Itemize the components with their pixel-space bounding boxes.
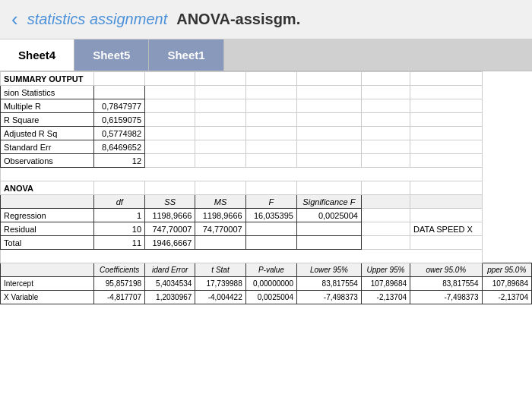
back-arrow[interactable]: ‹: [11, 8, 18, 31]
empty-row-2: [1, 250, 532, 263]
anova-residual-row: Residual 10 747,70007 74,770007 DATA SPE…: [1, 222, 532, 236]
table-row: Observations 12: [1, 154, 532, 168]
tab-sheet1[interactable]: Sheet1: [149, 39, 223, 71]
anova-regression-row: Regression 1 1198,9666 1198,9666 16,0353…: [1, 209, 532, 222]
spreadsheet: SUMMARY OUTPUT sion Statistics Multiple …: [0, 71, 532, 416]
table-row: Adjusted R Sq 0,5774982: [1, 127, 532, 140]
summary-output-label: SUMMARY OUTPUT: [1, 72, 94, 86]
regression-stats-label: sion Statistics: [1, 86, 94, 99]
table-row: Multiple R 0,7847977: [1, 99, 532, 113]
anova-label-row: ANOVA: [1, 181, 532, 195]
data-speed-label: DATA SPEED X: [410, 222, 482, 236]
header: ‹ statistics assignment ANOVA-assisgm.: [0, 0, 532, 39]
anova-header-row: df SS MS F Significance F: [1, 195, 532, 209]
anova-label: ANOVA: [1, 181, 94, 195]
main-table: SUMMARY OUTPUT sion Statistics Multiple …: [0, 71, 532, 304]
summary-output-row: SUMMARY OUTPUT: [1, 72, 532, 86]
intercept-row: Intercept 95,857198 5,4034534 17,739988 …: [1, 277, 532, 291]
table-row: Standard Err 8,6469652: [1, 140, 532, 154]
tab-sheet4[interactable]: Sheet4: [0, 39, 74, 71]
x-variable-row: X Variable -4,817707 1,2030967 -4,004422…: [1, 291, 532, 304]
tabs: Sheet4 Sheet5 Sheet1: [0, 39, 532, 71]
coeff-header-row: Coefficients idard Error t Stat P-value …: [1, 263, 532, 277]
tab-sheet5[interactable]: Sheet5: [74, 39, 149, 71]
table-row: R Square 0,6159075: [1, 113, 532, 127]
anova-total-row: Total 11 1946,6667: [1, 236, 532, 250]
regression-stats-label-row: sion Statistics: [1, 86, 532, 99]
header-title-file: ANOVA-assisgm.: [176, 11, 300, 28]
header-title-stats: statistics assignment: [27, 11, 168, 28]
empty-row: [1, 168, 532, 181]
